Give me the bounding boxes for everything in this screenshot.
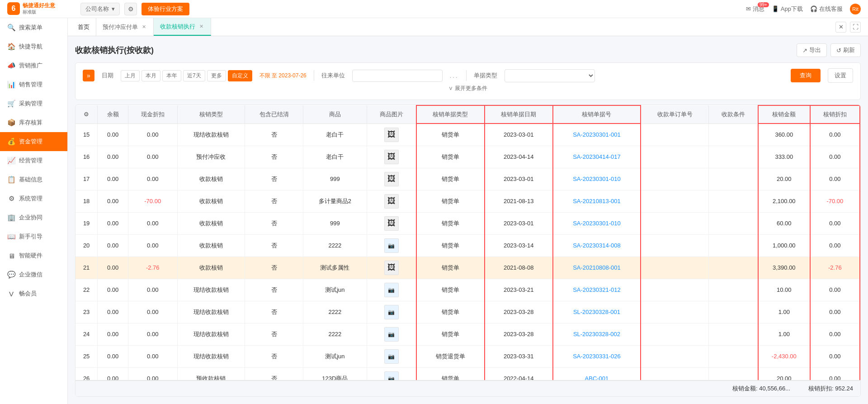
cancel-bill-no[interactable]: SA-20230321-012 bbox=[553, 279, 641, 301]
bill-type-label: 单据类型 bbox=[474, 71, 497, 80]
cancel-bill-no-link[interactable]: SA-20230301-010 bbox=[573, 220, 621, 227]
home-icon: 🏠 bbox=[7, 43, 15, 51]
cancel-bill-type: 销货单 bbox=[416, 168, 485, 190]
notification-btn[interactable]: ✉ 消息 99+ bbox=[746, 5, 764, 13]
sidebar-item-search[interactable]: 🔍 搜索菜单 bbox=[0, 18, 67, 37]
export-btn[interactable]: ↗ 导出 bbox=[797, 43, 827, 57]
query-btn[interactable]: 查询 bbox=[791, 69, 821, 82]
cancel-bill-no[interactable]: SA-20230314-008 bbox=[553, 234, 641, 257]
date-btn-7days[interactable]: 近7天 bbox=[183, 70, 205, 81]
cancel-bill-no-link[interactable]: SA-20230301-010 bbox=[573, 176, 621, 182]
table-row: 220.000.00现结收款核销否测试jun📷销货单2023-03-21SA-2… bbox=[75, 279, 860, 301]
cancel-bill-no[interactable]: SA-20210813-001 bbox=[553, 190, 641, 212]
sidebar-item-system[interactable]: ⚙ 系统管理 bbox=[0, 189, 67, 208]
cancel-bill-no[interactable]: ABC-001 bbox=[553, 367, 641, 380]
industry-btn[interactable]: 体验行业方案 bbox=[142, 3, 189, 15]
filter-dots: ... bbox=[450, 72, 459, 79]
filter-settings-btn[interactable]: 设置 bbox=[828, 68, 853, 83]
cancel-bill-no[interactable]: SL-20230328-002 bbox=[553, 323, 641, 345]
table-row: 250.000.00现结收款核销否测试jun📷销货退货单2023-03-31SA… bbox=[75, 345, 860, 367]
sidebar-item-wechat[interactable]: 💬 企业微信 bbox=[0, 265, 67, 284]
sidebar-item-finance[interactable]: 💰 资金管理 bbox=[0, 132, 67, 151]
sidebar-item-sales[interactable]: 📊 销售管理 bbox=[0, 75, 67, 94]
cancel-bill-no-link[interactable]: SA-20210813-001 bbox=[573, 198, 621, 204]
tab-cancel-close[interactable]: ✕ bbox=[198, 24, 204, 30]
filter-expand-btn[interactable]: » bbox=[83, 70, 94, 81]
cancel-discount: 0.00 bbox=[810, 234, 860, 257]
cancel-bill-no-link[interactable]: SA-20230321-012 bbox=[573, 286, 621, 293]
cancel-bill-no[interactable]: SA-20230414-017 bbox=[553, 146, 641, 168]
th-receipt-cond: 收款条件 bbox=[709, 105, 758, 124]
tab-prepay[interactable]: 预付冲应付单 ✕ bbox=[96, 18, 154, 36]
company-selector[interactable]: 公司名称 ▾ bbox=[80, 3, 120, 15]
cash-discount: 0.00 bbox=[128, 279, 177, 301]
table-row: 210.00-2.76收款核销否测试多属性🖼销货单2021-08-08SA-20… bbox=[75, 257, 860, 279]
date-btn-this-year[interactable]: 本年 bbox=[162, 70, 181, 81]
cancel-bill-no[interactable]: SA-20230301-010 bbox=[553, 212, 641, 234]
sidebar-item-purchase[interactable]: 🛒 采购管理 bbox=[0, 94, 67, 113]
refresh-btn[interactable]: ↺ 刷新 bbox=[830, 43, 861, 57]
cancel-discount: 0.00 bbox=[810, 146, 860, 168]
table-row: 200.000.00收款核销否2222📷销货单2023-03-14SA-2023… bbox=[75, 234, 860, 257]
cancel-bill-no[interactable]: SA-20230331-026 bbox=[553, 345, 641, 367]
cancel-bill-no[interactable]: SA-20230301-010 bbox=[553, 168, 641, 190]
cancel-bill-date: 2023-03-01 bbox=[485, 124, 553, 146]
cancel-bill-type: 销货单 bbox=[416, 279, 485, 301]
date-btn-this-month[interactable]: 本月 bbox=[142, 70, 160, 81]
cancel-amount: 60.00 bbox=[758, 212, 810, 234]
sidebar-item-operations[interactable]: 📈 经营管理 bbox=[0, 151, 67, 170]
cancel-bill-no-link[interactable]: SA-20230301-001 bbox=[573, 131, 621, 138]
sidebar-item-inventory[interactable]: 📦 库存核算 bbox=[0, 113, 67, 132]
settings-icon[interactable]: ⚙ bbox=[124, 3, 137, 15]
app-download-btn[interactable]: 📱 App下载 bbox=[772, 5, 803, 13]
cancel-amount: 2,100.00 bbox=[758, 190, 810, 212]
date-btn-last-month[interactable]: 上月 bbox=[121, 70, 140, 81]
tab-home[interactable]: 首页 bbox=[71, 18, 96, 36]
cash-discount: 0.00 bbox=[128, 301, 177, 323]
tab-prepay-close[interactable]: ✕ bbox=[141, 24, 147, 30]
cancel-bill-no-link[interactable]: ABC-001 bbox=[585, 375, 609, 380]
cancel-bill-no[interactable]: SA-20230301-001 bbox=[553, 124, 641, 146]
sidebar-item-member[interactable]: V 畅会员 bbox=[0, 284, 67, 303]
row-id: 23 bbox=[75, 301, 98, 323]
cancel-bill-no-link[interactable]: SL-20230328-002 bbox=[573, 331, 620, 337]
table-scroll[interactable]: ⚙ 余额 现金折扣 核销类型 包含已结清 商品 商品图片 核销单据类型 核销单据… bbox=[75, 105, 860, 380]
balance: 0.00 bbox=[98, 168, 128, 190]
main-layout: 🔍 搜索菜单 🏠 快捷导航 📣 营销推广 📊 销售管理 🛒 采购管理 📦 库存核… bbox=[0, 18, 868, 404]
filter-row: » 日期 上月 本月 本年 近7天 更多 自定义 不限 至 2023-07-26 bbox=[83, 68, 853, 83]
receipt-order-no bbox=[641, 124, 708, 146]
online-service-btn[interactable]: 🎧 在线客服 bbox=[810, 5, 843, 13]
tab-restore-btn[interactable]: ⛶ bbox=[850, 22, 861, 33]
tab-close-btn[interactable]: ✕ bbox=[835, 22, 846, 33]
tab-cancel[interactable]: 收款核销执行 ✕ bbox=[154, 18, 211, 36]
cancel-bill-no-link[interactable]: SA-20230314-008 bbox=[573, 242, 621, 249]
cancel-bill-no[interactable]: SL-20230328-001 bbox=[553, 301, 641, 323]
sidebar-item-enterprise[interactable]: 🏢 企业协同 bbox=[0, 208, 67, 227]
cancel-bill-no-link[interactable]: SA-20230414-017 bbox=[573, 153, 621, 160]
cancel-bill-no[interactable]: SA-20210808-001 bbox=[553, 257, 641, 279]
sidebar-item-guide[interactable]: 📖 新手引导 bbox=[0, 227, 67, 246]
date-btn-custom[interactable]: 自定义 bbox=[228, 70, 252, 81]
th-settings[interactable]: ⚙ bbox=[75, 105, 98, 124]
row-id: 17 bbox=[75, 168, 98, 190]
expand-more-btn[interactable]: ∨ 展开更多条件 bbox=[83, 83, 853, 94]
footer-cancel-amount: 核销金额: 40,556,66... bbox=[732, 385, 790, 393]
sidebar-item-marketing[interactable]: 📣 营销推广 bbox=[0, 56, 67, 75]
cancel-discount: 0.00 bbox=[810, 323, 860, 345]
cancel-bill-date: 2023-03-28 bbox=[485, 323, 553, 345]
cancel-discount: 0.00 bbox=[810, 279, 860, 301]
sidebar-item-basic-info[interactable]: 📋 基础信息 bbox=[0, 170, 67, 189]
from-unit-input[interactable] bbox=[352, 70, 443, 82]
sidebar-item-hardware[interactable]: 🖥 智能硬件 bbox=[0, 246, 67, 265]
sidebar-item-quick-nav[interactable]: 🏠 快捷导航 bbox=[0, 37, 67, 56]
bill-type-select[interactable] bbox=[505, 69, 595, 82]
cancel-bill-no-link[interactable]: SL-20230328-001 bbox=[573, 309, 620, 315]
cancel-bill-no-link[interactable]: SA-20230331-026 bbox=[573, 353, 621, 360]
date-btn-more[interactable]: 更多 bbox=[207, 70, 226, 81]
goods-img-cell: 📷 bbox=[367, 234, 416, 257]
table-row: 240.000.00现结收款核销否2222📷销货单2023-03-28SL-20… bbox=[75, 323, 860, 345]
user-avatar[interactable]: Rit bbox=[850, 4, 861, 14]
cancel-bill-no-link[interactable]: SA-20210808-001 bbox=[573, 264, 621, 271]
goods-img-cell: 🖼 bbox=[367, 257, 416, 279]
row-id: 16 bbox=[75, 146, 98, 168]
